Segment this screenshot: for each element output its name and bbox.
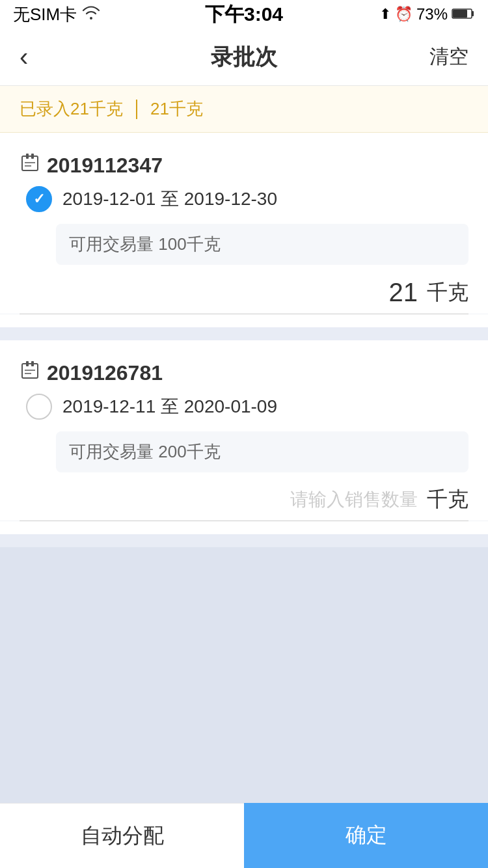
location-icon: ⬆ bbox=[379, 6, 391, 23]
batch-2-icon bbox=[20, 360, 40, 386]
svg-rect-4 bbox=[26, 154, 29, 159]
section-divider-1 bbox=[0, 327, 488, 340]
empty-content-area bbox=[0, 547, 488, 821]
recorded-label: 已录入21千克 bbox=[20, 98, 123, 120]
back-button[interactable]: ‹ bbox=[20, 42, 59, 72]
battery-label: 73% bbox=[416, 5, 448, 23]
batch-1-unit: 千克 bbox=[427, 278, 468, 307]
batch-2-id: 2019126781 bbox=[47, 361, 163, 385]
carrier-label: 无SIM卡 bbox=[13, 3, 77, 26]
batch-2-qty-row: 千克 bbox=[0, 472, 488, 521]
bottom-bar: 自动分配 确定 bbox=[0, 803, 488, 868]
auto-distribute-button[interactable]: 自动分配 bbox=[0, 803, 244, 868]
svg-rect-8 bbox=[22, 364, 38, 378]
svg-rect-5 bbox=[31, 154, 34, 159]
page-title: 录批次 bbox=[211, 42, 277, 72]
batch-2-qty-input[interactable] bbox=[223, 489, 418, 510]
batch-1-date: 2019-12-01 至 2019-12-30 bbox=[62, 187, 277, 211]
svg-rect-9 bbox=[26, 361, 29, 366]
info-banner: 已录入21千克 21千克 bbox=[0, 86, 488, 133]
confirm-button[interactable]: 确定 bbox=[244, 803, 488, 868]
alarm-icon: ⏰ bbox=[395, 6, 413, 23]
batch-2-date: 2019-12-11 至 2020-01-09 bbox=[62, 394, 277, 419]
section-divider-2 bbox=[0, 534, 488, 547]
clear-button[interactable]: 清空 bbox=[429, 44, 468, 70]
wifi-icon bbox=[82, 5, 100, 25]
svg-rect-10 bbox=[31, 361, 34, 366]
status-right: ⬆ ⏰ 73% bbox=[379, 5, 475, 23]
status-left: 无SIM卡 bbox=[13, 3, 100, 26]
batch-1-spacer bbox=[0, 314, 488, 327]
batch-2-spacer bbox=[0, 521, 488, 534]
batch-2-unit: 千克 bbox=[427, 485, 468, 514]
batch-2-available: 可用交易量 200千克 bbox=[56, 431, 468, 472]
status-bar: 无SIM卡 下午3:04 ⬆ ⏰ 73% bbox=[0, 0, 488, 29]
batch-1-date-row: 2019-12-01 至 2019-12-30 bbox=[20, 186, 468, 212]
svg-rect-2 bbox=[453, 10, 467, 18]
batch-1-available: 可用交易量 100千克 bbox=[56, 224, 468, 265]
batch-2-date-row: 2019-12-11 至 2020-01-09 bbox=[20, 394, 468, 420]
batch-1-header: 2019112347 bbox=[20, 152, 468, 178]
batch-1-card: 2019112347 2019-12-01 至 2019-12-30 可用交易量… bbox=[0, 133, 488, 265]
batch-1-qty-input[interactable] bbox=[340, 278, 418, 307]
svg-rect-1 bbox=[472, 11, 474, 16]
info-divider bbox=[136, 100, 137, 119]
svg-rect-3 bbox=[22, 156, 38, 170]
batch-1-qty-row: 千克 bbox=[0, 265, 488, 314]
batch-2-radio[interactable] bbox=[26, 394, 52, 420]
battery-icon bbox=[452, 5, 475, 23]
batch-2-header: 2019126781 bbox=[20, 360, 468, 386]
time-display: 下午3:04 bbox=[205, 1, 283, 28]
batch-2-card: 2019126781 2019-12-11 至 2020-01-09 可用交易量… bbox=[0, 340, 488, 472]
batch-1-icon bbox=[20, 152, 40, 178]
nav-bar: ‹ 录批次 清空 bbox=[0, 29, 488, 86]
batch-1-id: 2019112347 bbox=[47, 154, 163, 178]
recorded-value: 21千克 bbox=[150, 98, 203, 120]
batch-1-radio[interactable] bbox=[26, 186, 52, 212]
